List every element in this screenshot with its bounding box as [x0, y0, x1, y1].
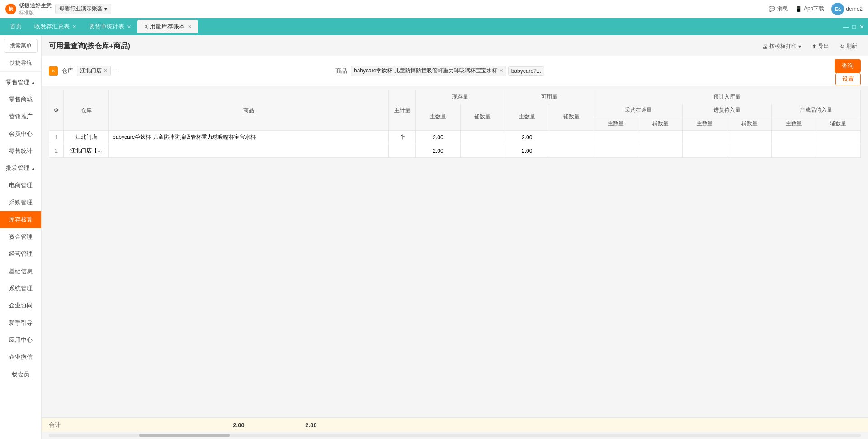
sidebar-divider-1: [0, 71, 41, 72]
sidebar-item-ecommerce[interactable]: 电商管理: [0, 177, 41, 194]
settings-btn[interactable]: 设置: [835, 73, 861, 85]
row-2-production-sub: [816, 144, 860, 158]
row-2-unit: [389, 144, 416, 158]
sidebar-item-retailshop[interactable]: 零售商城: [0, 91, 41, 108]
sidebar-item-newguide[interactable]: 新手引导: [0, 314, 41, 331]
product-tag-2-text: babycare?...: [511, 68, 541, 74]
col-purchase-onway-sub: 辅数量: [638, 117, 683, 131]
sidebar-item-enterprise[interactable]: 企业协同: [0, 297, 41, 314]
row-2-stock-sub: [460, 144, 505, 158]
tab-orderstat[interactable]: 要货单统计表 ✕: [83, 20, 137, 33]
template-print-btn[interactable]: 🖨 按模板打印 ▾: [759, 41, 805, 52]
search-menu-btn[interactable]: 搜索菜单: [4, 39, 38, 53]
tab-receivepay-close[interactable]: ✕: [72, 24, 76, 30]
row-2-inbound-sub: [727, 144, 771, 158]
row-2-avail-sub: [549, 144, 594, 158]
col-settings-header[interactable]: ⚙: [49, 90, 64, 131]
refresh-btn[interactable]: ↻ 刷新: [836, 41, 861, 52]
sidebar-item-retail-arrow: ▲: [31, 80, 36, 85]
sidebar-item-finance-label: 资金管理: [9, 233, 33, 241]
sidebar-item-system[interactable]: 系统管理: [0, 280, 41, 297]
tab-stockbook-close[interactable]: ✕: [188, 24, 192, 30]
sidebar-item-marketing[interactable]: 营销推广: [0, 108, 41, 125]
tab-orderstat-close[interactable]: ✕: [127, 24, 131, 30]
sidebar-item-wholesale[interactable]: 批发管理 ▲: [0, 160, 41, 177]
footer-label: 合计: [49, 421, 94, 429]
row-2-product: [109, 144, 389, 158]
nav-tab-actions: — □ ✕: [843, 24, 864, 30]
sidebar-item-vip-label: 畅会员: [12, 370, 29, 378]
query-btn[interactable]: 查询: [835, 59, 861, 73]
sidebar-item-appcenter-label: 应用中心: [9, 336, 33, 344]
tab-stockbook[interactable]: 可用量库存账本 ✕: [137, 20, 198, 33]
sidebar-item-member[interactable]: 会员中心: [0, 125, 41, 142]
sidebar-item-finance[interactable]: 资金管理: [0, 228, 41, 245]
tab-home[interactable]: 首页: [4, 20, 28, 33]
col-planned-header: 预计入库量: [594, 90, 860, 104]
product-filter-tags: babycare学饮杯 儿童防摔防撞吸管杯重力球吸嘴杯宝宝水杯 ✕ babyca…: [351, 66, 861, 76]
scrollbar-thumb[interactable]: [139, 434, 230, 437]
sidebar-item-inventory[interactable]: 库存核算: [0, 211, 41, 228]
tab-receivepay[interactable]: 收发存汇总表 ✕: [28, 20, 83, 33]
sidebar-item-appcenter[interactable]: 应用中心: [0, 331, 41, 349]
sidebar-item-wechat[interactable]: 企业微信: [0, 349, 41, 366]
sidebar-item-wholesale-arrow: ▲: [31, 166, 36, 171]
sidebar-item-vip[interactable]: 畅会员: [0, 366, 41, 383]
sidebar-item-operation[interactable]: 经营管理: [0, 245, 41, 263]
brand-icon: 畅: [5, 4, 16, 14]
product-tag-1-remove[interactable]: ✕: [499, 68, 503, 74]
col-inbound-sub: 辅数量: [727, 117, 771, 131]
product-filter-label: 商品: [335, 67, 347, 75]
row-1-purchase-onway-main: [594, 131, 638, 144]
table-container: ⚙ 仓库 商品 主计量 现存量 可用量 预计入库量 主数量 辅数量 主数量 辅数…: [42, 86, 868, 417]
col-stock-header: 现存量: [416, 90, 505, 104]
refresh-label: 刷新: [846, 42, 857, 50]
row-2-inbound-main: [683, 144, 727, 158]
warehouse-tag-1: 江北门店 ✕: [77, 66, 111, 76]
col-production-main: 主数量: [772, 117, 816, 131]
footer-avail-main: 2.00: [293, 422, 329, 429]
col-purchase-onway-header: 采购在途量: [594, 104, 683, 117]
window-close[interactable]: ✕: [859, 24, 864, 30]
row-1-purchase-onway-sub: [638, 131, 683, 144]
user-profile[interactable]: Ea demo2: [831, 3, 863, 15]
sidebar-item-retailstat[interactable]: 零售统计: [0, 142, 41, 160]
scrollbar-track[interactable]: [49, 434, 861, 437]
sidebar-item-system-label: 系统管理: [9, 284, 33, 293]
refresh-icon: ↻: [840, 43, 844, 50]
sidebar-item-retail[interactable]: 零售管理 ▲: [0, 74, 41, 91]
sidebar-item-basic[interactable]: 基础信息: [0, 263, 41, 280]
filter-expand-btn[interactable]: »: [49, 66, 58, 76]
quick-nav-btn[interactable]: 快捷导航: [0, 57, 41, 70]
tab-receivepay-label: 收发存汇总表: [34, 23, 70, 31]
sidebar-item-retail-label: 零售管理: [6, 78, 29, 86]
col-warehouse-header: 仓库: [64, 90, 109, 131]
brand-name: 畅捷通好生意: [19, 2, 52, 9]
industry-select[interactable]: 母婴行业演示账套 ▾: [55, 4, 111, 14]
export-btn[interactable]: ⬆ 导出: [808, 41, 833, 52]
row-1-stock-sub: [460, 131, 505, 144]
product-tag-2: babycare?...: [508, 66, 544, 76]
row-1-no: 1: [49, 131, 64, 144]
message-icon: 💬: [769, 6, 775, 12]
col-unit-header: 主计量: [389, 90, 416, 131]
product-tag-1: babycare学饮杯 儿童防摔防撞吸管杯重力球吸嘴杯宝宝水杯 ✕: [351, 66, 506, 76]
filter-more-btn[interactable]: ···: [113, 67, 118, 75]
row-1-inbound-sub: [727, 131, 771, 144]
sidebar-item-purchase[interactable]: 采购管理: [0, 194, 41, 211]
sidebar-item-basic-label: 基础信息: [9, 267, 33, 275]
tab-stockbook-label: 可用量库存账本: [144, 23, 185, 31]
row-2-purchase-onway-main: [594, 144, 638, 158]
window-minimize[interactable]: —: [843, 24, 849, 30]
row-1-avail-sub: [549, 131, 594, 144]
avatar: Ea: [831, 3, 844, 15]
filter-bar: » 仓库 江北门店 ✕ ··· 商品 babycare学饮杯 儿童防摔防撞吸管杯…: [42, 56, 868, 86]
warehouse-tag-1-remove[interactable]: ✕: [104, 68, 108, 74]
window-maximize[interactable]: □: [852, 24, 856, 30]
appdownload-btn[interactable]: 📱 App下载: [795, 5, 824, 13]
industry-select-label: 母婴行业演示账套: [59, 5, 103, 13]
sidebar-item-retailstat-label: 零售统计: [9, 147, 33, 155]
col-production-header: 产成品待入量: [772, 104, 861, 117]
col-stock-main-header: 主数量: [416, 104, 460, 131]
message-btn[interactable]: 💬 消息: [769, 5, 788, 13]
